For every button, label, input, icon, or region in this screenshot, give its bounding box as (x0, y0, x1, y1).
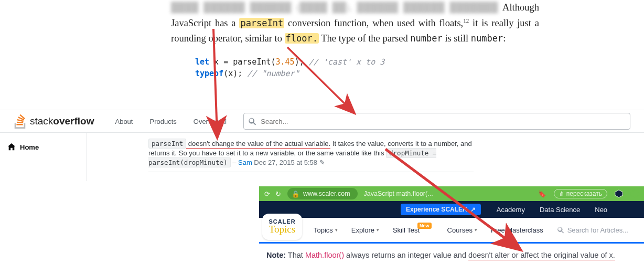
comment-author-link[interactable]: Sam (238, 159, 252, 166)
lock-icon: 🔒 (292, 190, 300, 198)
brand-stack: stack (30, 115, 53, 127)
svg-marker-1 (631, 190, 638, 197)
chevron-down-icon: ▾ (335, 227, 338, 233)
experience-scaler-button[interactable]: Experience SCALER↗ (401, 204, 481, 215)
stackoverflow-logo[interactable]: stackoverflow (13, 114, 94, 129)
svg-marker-0 (615, 190, 622, 197)
stackoverflow-comment: parseInt doesn't change the value of the… (148, 139, 474, 168)
chevron-down-icon: ▾ (377, 227, 379, 233)
comment-code-parseint: parseInt (148, 139, 186, 149)
mathfloor-link[interactable]: Math.floor() (305, 251, 344, 259)
highlight-parseint: parseInt (239, 18, 284, 28)
refresh-icon[interactable]: ↻ (275, 190, 281, 198)
scaler-search[interactable]: Search for Articles... (557, 226, 628, 234)
note-underlined: doesn't alter or affect the original val… (468, 251, 615, 260)
browser-url-bar: ⟳ ↻ 🔒 www.scaler.com JavaScript math.flo… (259, 186, 644, 201)
search-icon (557, 226, 564, 234)
footnote-marker: 12 (463, 17, 469, 23)
menu-explore[interactable]: Explore▾ (351, 226, 379, 234)
comment-date: Dec 27, 2015 at 5:58 (252, 159, 317, 166)
chevron-down-icon: ▾ (475, 227, 477, 233)
sidebar-home-label: Home (20, 143, 39, 151)
browser-window: ⟳ ↻ 🔒 www.scaler.com JavaScript math.flo… (259, 186, 644, 264)
scaler-top-nav: Experience SCALER↗ Academy Data Science … (259, 201, 644, 218)
note-paragraph: Note: That Math.floor() always returns a… (259, 244, 644, 264)
sidebar-item-home[interactable]: Home (0, 139, 87, 155)
url-host: www.scaler.com (303, 190, 350, 197)
extension-icon-1[interactable] (615, 189, 623, 198)
edit-icon[interactable]: ✎ (319, 159, 325, 166)
book-excerpt: ████ ██████ ██████ (████ ██), ██████ ███… (171, 0, 539, 47)
brand-overflow: overflow (53, 115, 94, 127)
scaler-menu-bar: Topics▾ Explore▾ Skill TestNew Courses▾ … (259, 218, 644, 244)
topnav-data-science[interactable]: Data Science (540, 206, 580, 214)
new-badge: New (417, 223, 432, 229)
menu-courses[interactable]: Courses▾ (447, 226, 477, 234)
reload-icon[interactable]: ⟳ (264, 190, 270, 198)
scaler-topics-logo[interactable]: SCALERTopics (262, 214, 302, 240)
stackoverflow-icon (13, 114, 27, 129)
retell-badge[interactable]: ⋔ пересказать (554, 189, 607, 198)
menu-skill-test[interactable]: Skill TestNew (393, 226, 434, 234)
topnav-neo[interactable]: Neo (595, 206, 607, 214)
menu-free-masterclass[interactable]: Free Masterclass (491, 226, 543, 234)
search-icon (248, 117, 256, 125)
home-icon (7, 143, 16, 151)
address-pill[interactable]: 🔒 www.scaler.com (287, 188, 358, 199)
stackoverflow-sidebar: Home (0, 132, 87, 181)
nav-overflowai[interactable]: OverflowAI (194, 118, 227, 125)
nav-products[interactable]: Products (149, 118, 176, 125)
bookmark-icon[interactable]: 🔖 (538, 190, 546, 198)
stackoverflow-header: stackoverflow About Products OverflowAI (0, 110, 644, 133)
highlight-floor: floor. (285, 33, 319, 44)
comment-underlined: doesn't change the value of the actual v… (186, 140, 330, 149)
search-input[interactable] (260, 117, 626, 126)
topnav-academy[interactable]: Academy (497, 206, 525, 214)
scaler-search-placeholder: Search for Articles... (567, 226, 628, 234)
code-sample: let x = parseInt(3.45); // 'cast' x to 3… (195, 57, 468, 80)
redacted-text: ████ ██████ ██████ (████ ██), ██████ ███… (171, 2, 498, 13)
extension-icon-2[interactable] (630, 189, 639, 198)
comment-divider (148, 171, 474, 172)
menu-topics[interactable]: Topics▾ (314, 226, 338, 234)
note-label: Note: (266, 251, 286, 259)
nav-about[interactable]: About (115, 118, 133, 125)
tab-title: JavaScript math.floor(... (364, 190, 433, 197)
search-box[interactable] (243, 113, 630, 130)
